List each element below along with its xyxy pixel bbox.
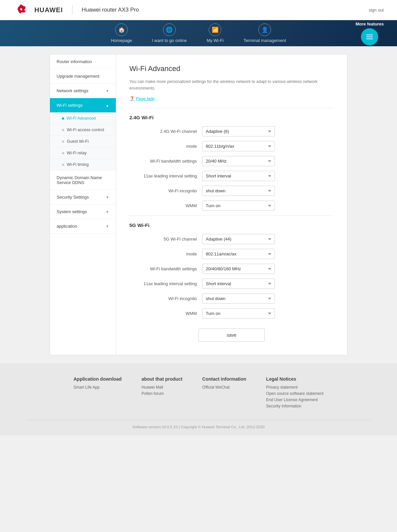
mode-5g-row: mode 802.11a/n/ac/ax 802.11a/n/ac — [129, 249, 334, 259]
incognito-24g-select[interactable]: shut down Turn on — [202, 186, 275, 196]
footer-opensource-link[interactable]: Open source software statement — [266, 391, 323, 396]
wifi-5g-title: 5G Wi-Fi — [129, 222, 334, 228]
footer-col-contact: Contact information Official WeChat — [202, 376, 246, 410]
dot-icon — [62, 117, 64, 120]
incognito-5g-select[interactable]: shut down Turn on — [202, 293, 275, 304]
incognito-5g-row: Wi-Fi incognito shut down Turn on — [129, 293, 334, 304]
footer-columns: Application download Smart Life App abou… — [26, 376, 371, 410]
sidebar-application-label: application — [57, 224, 77, 229]
footer-copyright: Software version:10.0.5.33 | Copyright ©… — [26, 420, 371, 429]
product-title: Huawei router AX3 Pro — [82, 7, 139, 13]
save-button[interactable]: save — [198, 328, 265, 342]
chevron-up-icon: ▲ — [106, 103, 109, 107]
interval-24g-row: 11ax leading interval setting Short inte… — [129, 171, 334, 181]
sidebar-item-application[interactable]: application ▼ — [50, 219, 116, 234]
footer-wechat-link[interactable]: Official WeChat — [202, 385, 246, 390]
footer-pollen-link[interactable]: Pollen forum — [142, 391, 183, 396]
nav-go-online[interactable]: 🌐 I want to go online — [152, 23, 187, 43]
wifi-24g-title: 2.4G Wi-Fi — [129, 115, 334, 120]
svg-point-2 — [21, 10, 25, 13]
bandwidth-24g-label: Wi-Fi bandwidth settings — [129, 159, 202, 164]
hamburger-line-1 — [366, 34, 373, 35]
huawei-logo — [13, 4, 30, 16]
wifi-24g-section: 2.4G Wi-Fi 2.4G Wi-Fi channel Adaptive (… — [129, 115, 334, 211]
svg-point-5 — [19, 5, 24, 8]
wmm-5g-label: WMM — [129, 311, 202, 316]
wmm-5g-row: WMM Turn on shut down — [129, 308, 334, 319]
wmm-5g-select[interactable]: Turn on shut down — [202, 308, 275, 319]
sidebar-sub-wifi-timing[interactable]: Wi-Fi timing — [50, 159, 116, 171]
sidebar-item-system[interactable]: System settings ▼ — [50, 205, 116, 219]
footer-privacy-link[interactable]: Privacy statement — [266, 385, 323, 390]
wmm-24g-row: WMM Turn on shut down — [129, 201, 334, 211]
incognito-5g-label: Wi-Fi incognito — [129, 296, 202, 301]
sidebar-item-network[interactable]: Network settings ▼ — [50, 84, 116, 98]
channel-24g-label: 2.4G Wi-Fi channel — [129, 129, 202, 134]
sidebar-wifi-access-label: Wi-Fi access control — [67, 128, 104, 132]
nav-go-online-label: I want to go online — [152, 38, 187, 43]
nav-my-wifi[interactable]: 📶 My Wi-Fi — [207, 23, 224, 43]
chevron-down-icon: ▼ — [106, 89, 109, 93]
nav-homepage-label: Homepage — [111, 38, 132, 43]
mode-24g-select[interactable]: 802.11b/g/n/ax 802.11b/g/n — [202, 141, 275, 151]
hamburger-line-3 — [366, 38, 373, 39]
sidebar-wifi-timing-label: Wi-Fi timing — [67, 162, 89, 167]
sidebar-item-security[interactable]: Security Settings ▼ — [50, 190, 116, 205]
page-title: Wi-Fi Advanced — [129, 64, 334, 73]
homepage-icon: 🏠 — [115, 23, 128, 36]
wmm-24g-select[interactable]: Turn on shut down — [202, 201, 275, 211]
interval-24g-select[interactable]: Short interval Long interval — [202, 171, 275, 181]
dot-icon — [62, 140, 64, 143]
page-help-link[interactable]: ❓ Page help — [129, 96, 334, 101]
topbar: HUAWEI Huawei router AX3 Pro sign out — [0, 0, 397, 20]
wifi-icon: 📶 — [209, 23, 221, 36]
incognito-24g-label: Wi-Fi incognito — [129, 188, 202, 193]
navbar: 🏠 Homepage 🌐 I want to go online 📶 My Wi… — [0, 20, 397, 46]
sidebar-item-ddns[interactable]: Dynamic Domain Name Service DDNS — [50, 171, 116, 190]
footer-mall-link[interactable]: Huawei Mall — [142, 385, 183, 390]
footer-col-legal: Legal Notices Privacy statement Open sou… — [266, 376, 323, 410]
sidebar-wifi-label: Wi-Fi settings — [57, 103, 83, 108]
interval-5g-select[interactable]: Short interval Long interval — [202, 279, 275, 289]
chevron-down-icon: ▼ — [106, 195, 109, 199]
sidebar-ddns-label: Dynamic Domain Name Service DDNS — [57, 175, 109, 185]
footer-col-product: about that product Huawei Mall Pollen fo… — [142, 376, 183, 410]
interval-5g-label: 11ax leading interval setting — [129, 281, 202, 286]
bandwidth-24g-select[interactable]: 20/40 MHz 20 MHz — [202, 156, 275, 166]
signout-button[interactable]: sign out — [369, 8, 384, 13]
sidebar: Router information Upgrade management Ne… — [50, 54, 116, 355]
channel-5g-select[interactable]: Adaptive (44) 3644149 — [202, 234, 275, 244]
dot-icon — [62, 129, 64, 131]
incognito-24g-row: Wi-Fi incognito shut down Turn on — [129, 186, 334, 196]
nav-terminal[interactable]: 👤 Terminal management — [243, 23, 286, 43]
chevron-down-icon: ▼ — [106, 224, 109, 228]
wifi-5g-section: 5G Wi-Fi 5G Wi-Fi channel Adaptive (44) … — [129, 222, 334, 319]
more-features-button[interactable] — [361, 28, 378, 45]
mode-24g-label: mode — [129, 144, 202, 149]
sidebar-sub-guest-wifi[interactable]: Guest Wi-Fi — [50, 136, 116, 147]
sidebar-item-router-info[interactable]: Router information — [50, 55, 116, 69]
footer-security-info-link[interactable]: Security Information — [266, 404, 323, 408]
sidebar-wifi-relay-label: Wi-Fi relay — [67, 151, 87, 155]
sidebar-sub-wifi-advanced[interactable]: Wi-Fi Advanced — [50, 113, 116, 124]
mode-5g-select[interactable]: 802.11a/n/ac/ax 802.11a/n/ac — [202, 249, 275, 259]
topbar-divider — [72, 5, 72, 15]
footer-legal-title: Legal Notices — [266, 376, 323, 382]
footer-eula-link[interactable]: End User License Agreement — [266, 398, 323, 402]
sidebar-sub-wifi-relay[interactable]: Wi-Fi relay — [50, 147, 116, 159]
nav-homepage[interactable]: 🏠 Homepage — [111, 23, 132, 43]
sidebar-upgrade-label: Upgrade management — [57, 74, 99, 79]
sidebar-system-label: System settings — [57, 209, 87, 214]
page-description: You can make more personalized settings … — [129, 78, 334, 92]
sidebar-guest-wifi-label: Guest Wi-Fi — [67, 139, 89, 144]
page-help-label: Page help — [136, 96, 154, 101]
bandwidth-5g-select[interactable]: 20/40/80/160 MHz 80 MHz — [202, 264, 275, 274]
sidebar-sub-wifi-access[interactable]: Wi-Fi access control — [50, 124, 116, 136]
hamburger-line-2 — [366, 36, 373, 37]
footer-product-title: about that product — [142, 376, 183, 382]
channel-24g-select[interactable]: Adaptive (6) 1611 — [202, 126, 275, 136]
dot-icon — [62, 152, 64, 154]
sidebar-item-upgrade[interactable]: Upgrade management — [50, 69, 116, 84]
sidebar-item-wifi-settings[interactable]: Wi-Fi settings ▲ — [50, 98, 116, 113]
footer-smart-life-link[interactable]: Smart Life App — [73, 385, 121, 390]
